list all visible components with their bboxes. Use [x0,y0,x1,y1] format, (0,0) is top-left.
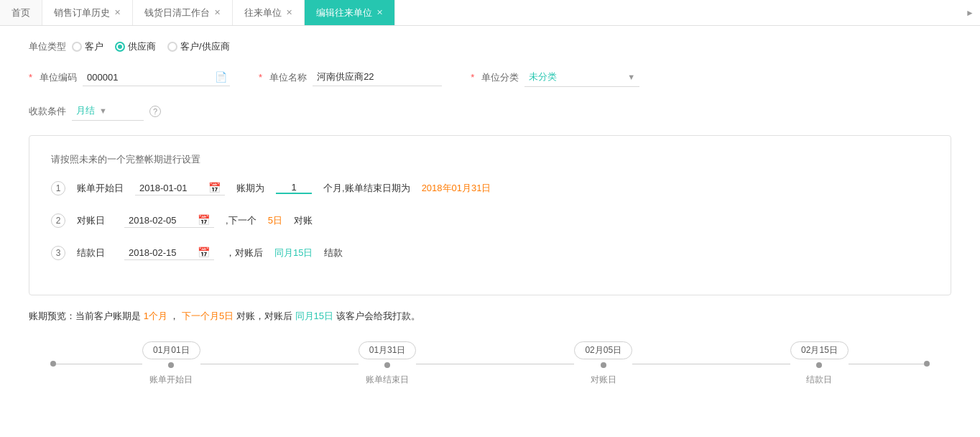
tab-bar: 首页 销售订单历史 ✕ 钱货日清工作台 ✕ 往来单位 ✕ 编辑往来单位 ✕ ► [0,0,980,26]
unit-code-input[interactable] [83,69,212,86]
payment-highlight: 同月15日 [274,247,313,259]
payment-value: 月结 [76,104,95,117]
setting-row-num-3: 3 [51,246,65,260]
setting-label-3: 结款日 [77,247,113,259]
unit-code-group: * 单位编码 📄 [29,69,230,86]
tab-close-sales-history[interactable]: ✕ [114,9,121,17]
calendar-icon-3[interactable]: 📅 [198,247,210,258]
payment-arrow: ▼ [99,106,107,115]
desc-reconcile-suffix: 对账 [294,214,313,227]
desc-reconcile-prefix: ,下一个 [226,214,256,227]
period-end-date: 2018年01月31日 [422,182,491,195]
unit-category-value: 未分类 [529,70,557,83]
payment-select[interactable]: 月结 ▼ [72,101,144,121]
desc-payment-suffix: 结款 [324,247,343,259]
tl-date-4: 02月15日 [790,341,849,359]
unit-info-row: * 单位编码 📄 * 单位名称 * 单位分类 未分类 ▼ [29,68,951,87]
tl-label-3: 对账日 [591,374,616,386]
unit-category-group: * 单位分类 未分类 ▼ [471,68,639,87]
tl-dot-3 [601,362,606,368]
unit-code-required: * [29,72,32,83]
setting-label-1: 账单开始日 [77,182,124,195]
calendar-icon-2[interactable]: 📅 [198,214,210,226]
calendar-icon-1[interactable]: 📅 [208,182,221,193]
date-field-1[interactable] [139,183,204,193]
radio-supplier[interactable]: 供应商 [115,40,156,53]
tl-connector-5 [849,364,924,364]
tl-label-2: 账单结束日 [366,374,409,386]
unit-name-label: 单位名称 [269,71,307,84]
payment-group: 收款条件 月结 ▼ ? [29,101,161,121]
tab-home[interactable]: 首页 [0,0,42,25]
tl-node-1: 01月01日 账单开始日 [142,341,200,386]
setting-row-num-2: 2 [51,213,65,228]
unit-type-row: 单位类型 客户 供应商 客户/供应商 [29,40,951,53]
tl-connector-3 [416,364,574,364]
radio-both[interactable]: 客户/供应商 [167,40,230,53]
unit-code-input-wrapper: 📄 [83,69,230,86]
date-input-3: 📅 [124,245,214,260]
period-input[interactable] [276,182,312,194]
tl-dot-2 [384,362,390,368]
desc-period-label: 账期为 [236,182,264,195]
unit-type-group: 单位类型 客户 供应商 客户/供应商 [29,40,230,53]
date-input-1: 📅 [135,180,225,196]
tab-close-edit-partner[interactable]: ✕ [376,9,383,17]
settings-box-title: 请按照未来的一个完整帐期进行设置 [51,153,929,166]
main-content: 单位类型 客户 供应商 客户/供应商 * 单位编码 [0,26,980,437]
settings-box: 请按照未来的一个完整帐期进行设置 1 账单开始日 📅 账期为 个月,账单结束日期… [29,135,951,295]
unit-category-required: * [471,72,474,83]
tl-dot-1 [168,362,174,368]
setting-row-1: 1 账单开始日 📅 账期为 个月,账单结束日期为 2018年01月31日 [51,180,929,196]
tab-edit-partner[interactable]: 编辑往来单位 ✕ [305,0,395,25]
date-field-2[interactable] [129,215,193,226]
tl-label-1: 账单开始日 [149,374,193,386]
tab-close-cash-work[interactable]: ✕ [214,9,221,17]
setting-row-2: 2 对账日 📅 ,下一个 5日 对账 [51,213,929,228]
tl-connector-1 [56,364,142,364]
unit-type-label: 单位类型 [29,40,66,53]
tab-sales-history[interactable]: 销售订单历史 ✕ [42,0,133,25]
desc-payment-prefix: ，对账后 [226,247,263,259]
unit-name-input[interactable] [313,69,442,86]
tl-node-4: 02月15日 结款日 [790,341,849,386]
setting-row-3: 3 结款日 📅 ，对账后 同月15日 结款 [51,245,929,260]
unit-category-label: 单位分类 [481,71,519,84]
unit-type-radios: 客户 供应商 客户/供应商 [72,40,230,53]
radio-customer[interactable]: 客户 [72,40,103,53]
unit-code-icon[interactable]: 📄 [212,71,230,83]
radio-circle-customer [72,42,82,52]
tl-date-3: 02月05日 [574,341,632,359]
tl-date-2: 01月31日 [359,341,417,359]
tl-dot-4 [816,362,822,368]
date-field-3[interactable] [129,247,193,258]
desc-period-suffix: 个月,账单结束日期为 [323,182,410,195]
reconcile-highlight: 5日 [268,214,282,227]
unit-code-label: 单位编码 [40,71,77,84]
tl-node-3: 02月05日 对账日 [574,341,632,386]
unit-name-group: * 单位名称 [259,69,442,86]
date-input-2: 📅 [124,213,214,228]
payment-row: 收款条件 月结 ▼ ? [29,101,951,121]
tl-dot-left [50,361,56,367]
radio-circle-both [167,42,177,52]
tab-close-partner[interactable]: ✕ [286,9,292,17]
tl-label-4: 结款日 [806,374,832,386]
timeline: 01月01日 账单开始日 01月31日 账单结束日 02月05日 对账日 02月… [29,334,951,386]
preview-text: 账期预览：当前客户账期是 1个月 ， 下一个月5日 对账，对账后 同月15日 该… [29,310,951,323]
tl-node-2: 01月31日 账单结束日 [359,341,417,386]
tab-cash-work[interactable]: 钱货日清工作台 ✕ [133,0,233,25]
setting-row-num-1: 1 [51,181,65,196]
tl-connector-2 [200,364,359,364]
tl-connector-4 [632,364,790,364]
unit-name-required: * [259,72,262,83]
setting-label-2: 对账日 [77,214,113,227]
tl-dot-right [924,361,930,367]
tl-date-1: 01月01日 [142,341,200,359]
tab-more-arrow[interactable]: ► [960,0,980,25]
unit-category-arrow: ▼ [627,73,635,81]
unit-category-select[interactable]: 未分类 ▼ [524,68,639,87]
help-icon[interactable]: ? [149,106,161,117]
tab-partner[interactable]: 往来单位 ✕ [233,0,305,25]
payment-label: 收款条件 [29,105,66,118]
